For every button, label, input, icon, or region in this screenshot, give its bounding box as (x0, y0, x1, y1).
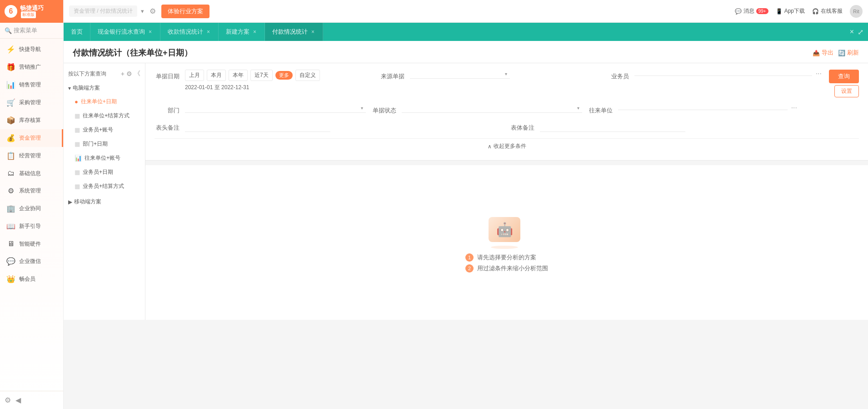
capital-icon: 💰 (6, 134, 15, 142)
dropdown-arrow-icon[interactable]: ▾ (141, 8, 144, 15)
sidebar-item-quick-nav[interactable]: ⚡ 快捷导航 (0, 40, 63, 58)
user-avatar[interactable]: Rit (850, 5, 863, 18)
collapse-bar[interactable]: ∧ 收起更多条件 (155, 138, 859, 154)
scheme-item-unit-date[interactable]: ● 往来单位+日期 (64, 95, 145, 109)
sidebar-search[interactable]: 🔍 搜索菜单 (0, 23, 63, 39)
date-option-last-7[interactable]: 近7天 (250, 70, 273, 81)
date-option-this-month[interactable]: 本月 (207, 70, 226, 81)
tab-new-scheme[interactable]: 新建方案 × (219, 23, 265, 41)
tab-home[interactable]: 首页 (64, 23, 90, 41)
source-select[interactable]: ▾ (410, 70, 510, 79)
partner-more-icon[interactable]: ··· (789, 104, 799, 112)
search-icon: 🔍 (5, 27, 12, 34)
tab-close-icon[interactable]: × (310, 28, 315, 35)
date-option-this-year[interactable]: 本年 (229, 70, 248, 81)
tab-close-icon[interactable]: × (206, 28, 211, 35)
dept-select[interactable]: ▾ (185, 104, 366, 113)
sidebar-item-label: 系统管理 (19, 187, 41, 195)
page-title: 付款情况统计（往来单位+日期） (73, 47, 192, 58)
tip-number-2: 2 (465, 264, 474, 273)
empty-icon: 🤖 (484, 212, 529, 249)
tab-receipt-stats[interactable]: 收款情况统计 × (160, 23, 219, 41)
page-body: 付款情况统计（往来单位+日期） 📤 导出 🔄 刷新 按以下方案查询 + (64, 41, 868, 409)
tab-close-all-icon[interactable]: × (850, 28, 854, 36)
scheme-panel-header: 按以下方案查询 + ⚙ 《 (64, 68, 145, 81)
tip-text-1: 请先选择要分析的方案 (477, 253, 536, 262)
header-note-input[interactable] (185, 121, 330, 132)
mobile-scheme-group[interactable]: ▶ 移动端方案 (64, 195, 145, 208)
action-buttons: 查询 设置 (829, 70, 859, 97)
filter-area: 单据日期 上月 本月 本年 近7天 更多 自定义 2022-01-01 至 20… (145, 63, 868, 161)
sidebar-item-wechat[interactable]: 💬 企业微信 (0, 252, 63, 270)
scheme-item-unit-account[interactable]: 📊 往来单位+账号 (64, 151, 145, 165)
filter-row-1: 单据日期 上月 本月 本年 近7天 更多 自定义 2022-01-01 至 20… (155, 70, 859, 97)
staff-select[interactable] (634, 72, 812, 76)
online-service-label: 在线客服 (821, 7, 843, 15)
date-option-last-month[interactable]: 上月 (185, 70, 204, 81)
scheme-item-staff-account[interactable]: ▦ 业务员+账号 (64, 123, 145, 137)
export-button[interactable]: 📤 导出 (813, 49, 833, 57)
date-option-more[interactable]: 更多 (275, 71, 293, 80)
scheme-item-dept-date[interactable]: ▦ 部门+日期 (64, 137, 145, 151)
desktop-group-header[interactable]: ▾ 电脑端方案 (64, 81, 145, 95)
sidebar-item-operation[interactable]: 📋 经营管理 (0, 147, 63, 165)
trial-btn[interactable]: 体验行业方案 (161, 5, 210, 18)
settings-small-button[interactable]: 设置 (834, 85, 859, 97)
sidebar-item-hardware[interactable]: 🖥 智能硬件 (0, 235, 63, 252)
scheme-table-icon: ▦ (75, 169, 80, 176)
scheme-item-staff-settle[interactable]: ▦ 业务员+结算方式 (64, 179, 145, 193)
sidebar-item-guide[interactable]: 📖 新手引导 (0, 217, 63, 235)
header-settings-button[interactable]: ⚙ (148, 5, 158, 17)
date-option-custom[interactable]: 自定义 (295, 70, 320, 81)
sidebar-item-capital[interactable]: 💰 资金管理 (0, 129, 63, 147)
sidebar-item-sales[interactable]: 📊 销售管理 (0, 76, 63, 94)
sidebar-item-enterprise[interactable]: 🏢 企业协同 (0, 200, 63, 217)
collapse-sidebar-icon[interactable]: ◀ (15, 396, 21, 404)
sidebar-item-label: 经营管理 (19, 152, 41, 160)
date-range-value: 2022-01-01 至 2022-12-31 (185, 84, 249, 91)
quick-nav-icon: ⚡ (6, 45, 15, 54)
app-download-action[interactable]: 📱 App下载 (776, 7, 805, 15)
query-button[interactable]: 查询 (829, 70, 859, 83)
doc-status-select[interactable]: ▾ (402, 104, 583, 113)
tab-close-icon[interactable]: × (252, 28, 257, 35)
sidebar-item-marketing[interactable]: 🎁 营销推广 (0, 58, 63, 76)
empty-shadow (491, 246, 518, 249)
sidebar-menu: ⚡ 快捷导航 🎁 营销推广 📊 销售管理 🛒 采购管理 📦 库存核算 💰 资金管… (0, 39, 63, 391)
date-options-wrap: 上月 本月 本年 近7天 更多 自定义 2022-01-01 至 2022-12… (185, 70, 374, 91)
sidebar-item-inventory[interactable]: 📦 库存核算 (0, 111, 63, 129)
scheme-table-icon: ▦ (75, 183, 80, 190)
source-label: 来源单据 (379, 70, 404, 81)
online-service-action[interactable]: 🎧 在线客服 (812, 7, 843, 15)
tab-bank-flow[interactable]: 现金银行流水查询 × (90, 23, 160, 41)
staff-more-icon[interactable]: ··· (814, 70, 823, 78)
scheme-add-icon[interactable]: + (121, 70, 125, 77)
sidebar-item-basic-info[interactable]: 🗂 基础信息 (0, 165, 63, 182)
tab-close-icon[interactable]: × (148, 28, 153, 35)
tab-expand-icon[interactable]: ⤢ (858, 28, 863, 36)
body-note-input[interactable] (540, 121, 685, 132)
logo-badge: 标准版 (21, 11, 36, 18)
purchase-icon: 🛒 (6, 98, 15, 107)
sidebar-footer: ⚙ ◀ (0, 391, 63, 409)
nav-path-display: 资金管理 / 付款情况统计 (69, 5, 137, 17)
scheme-item-staff-date[interactable]: ▦ 业务员+日期 (64, 165, 145, 179)
scheme-item-unit-settle[interactable]: ▦ 往来单位+结算方式 (64, 109, 145, 123)
message-action[interactable]: 💬 消息 99+ (735, 7, 768, 15)
refresh-label: 刷新 (847, 49, 859, 57)
sidebar-item-purchase[interactable]: 🛒 采购管理 (0, 94, 63, 111)
settings-footer-icon[interactable]: ⚙ (5, 396, 11, 404)
tab-payment-stats[interactable]: 付款情况统计 × (265, 23, 323, 41)
source-select-wrap: ▾ (410, 70, 599, 79)
partner-select[interactable] (618, 106, 787, 110)
scheme-collapse-icon[interactable]: 《 (134, 70, 140, 78)
tab-bar: 首页 现金银行流水查询 × 收款情况统计 × 新建方案 × 付款情况统计 × ×… (64, 23, 868, 41)
refresh-button[interactable]: 🔄 刷新 (838, 49, 859, 57)
content-wrap: 按以下方案查询 + ⚙ 《 ▾ 电脑端方案 ● 往来单位+日期 (64, 63, 868, 320)
sidebar-item-system[interactable]: ⚙ 系统管理 (0, 182, 63, 200)
scheme-settings-icon[interactable]: ⚙ (126, 70, 132, 77)
partner-label: 往来单位 (588, 104, 613, 115)
sidebar-item-member[interactable]: 👑 畅会员 (0, 270, 63, 288)
sidebar-item-label: 基础信息 (19, 170, 41, 177)
top-header: 资金管理 / 付款情况统计 ▾ ⚙ 体验行业方案 💬 消息 99+ 📱 App下… (64, 0, 868, 23)
